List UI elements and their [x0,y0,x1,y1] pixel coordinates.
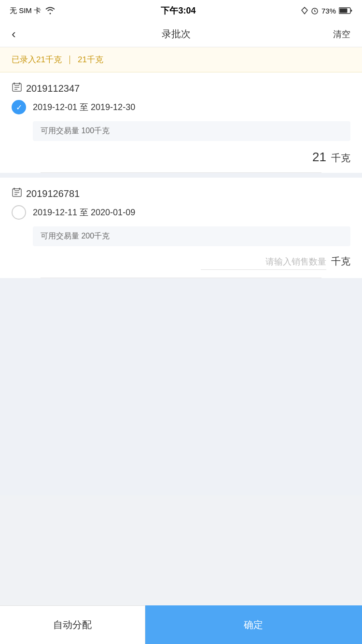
check-mark: ✓ [16,103,22,112]
batch-2-radio[interactable] [12,205,26,220]
batch-2-header: 2019126781 [12,187,350,200]
batch-1-available: 可用交易量 100千克 [33,121,350,141]
svg-rect-15 [14,188,15,190]
batch-2-available: 可用交易量 200千克 [33,226,350,246]
batch-1-row[interactable]: ✓ 2019-12-01 至 2019-12-30 [12,100,350,114]
batch-2-icon [12,187,22,200]
entered-label: 已录入21千克 [12,54,62,65]
clear-button[interactable]: 清空 [333,28,350,40]
alarm-icon [311,7,319,14]
info-bar: 已录入21千克 21千克 [0,47,362,72]
battery-text: 73% [321,7,336,15]
confirm-button[interactable]: 确定 [145,605,362,644]
no-sim-text: 无 SIM 卡 [10,6,41,15]
status-right: 73% [301,7,352,15]
bottom-buttons: 自动分配 确定 [0,605,362,644]
batch-2-row[interactable]: 2019-12-11 至 2020-01-09 [12,205,350,220]
batch-1-icon [12,82,22,95]
nav-title: 录批次 [162,28,191,41]
batch-1-header: 2019112347 [12,82,350,95]
batch-1-id: 2019112347 [26,83,80,94]
bottom-area [0,278,362,495]
svg-rect-9 [14,83,15,84]
svg-rect-16 [19,188,20,190]
status-left: 无 SIM 卡 [10,6,56,15]
wifi-icon [45,7,56,14]
battery-icon [339,7,352,14]
location-icon [301,7,308,14]
batch-item-1: 2019112347 ✓ 2019-12-01 至 2019-12-30 可用交… [0,72,362,173]
batch-2-quantity-input[interactable] [201,255,326,270]
back-button[interactable]: ‹ [12,25,20,43]
svg-rect-4 [339,9,347,13]
batch-1-amount: 21 [312,150,326,165]
batch-2-id: 2019126781 [26,188,80,199]
nav-bar: ‹ 录批次 清空 [0,21,362,47]
batch-item-2: 2019126781 2019-12-11 至 2020-01-09 可用交易量… [0,178,362,278]
batch-1-amount-row: 21 千克 [12,150,350,172]
batch-1-date: 2019-12-01 至 2019-12-30 [33,101,135,113]
batch-1-radio[interactable]: ✓ [12,100,26,114]
batch-2-input-row[interactable]: 千克 [12,255,350,278]
batch-2-unit: 千克 [331,255,350,268]
info-divider [70,56,70,64]
status-time: 下午3:04 [161,5,195,16]
status-bar: 无 SIM 卡 下午3:04 73% [0,0,362,21]
svg-rect-10 [19,83,20,84]
batch-2-date: 2019-12-11 至 2020-01-09 [33,207,135,218]
batch-1-unit: 千克 [331,152,350,165]
auto-distribute-button[interactable]: 自动分配 [0,605,145,644]
entered-value: 21千克 [78,54,103,65]
section-separator [0,173,362,178]
